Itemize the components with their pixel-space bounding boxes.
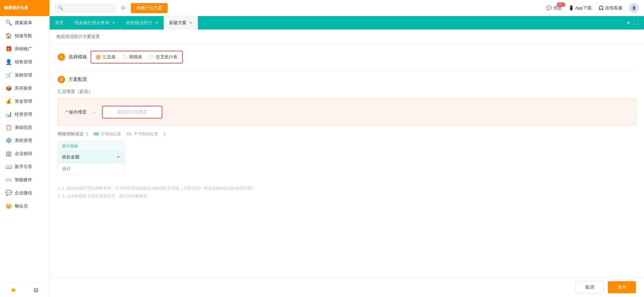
- sidebar-item-marketing[interactable]: 🎁 营销推广: [0, 42, 49, 55]
- sidebar-item-operations[interactable]: 📊 经营管理: [0, 108, 49, 121]
- main-area: 🔍 ⚙ 体验行业方案 💬 消息 99+ 📱 App下载 🎧 在线客服 👤: [50, 0, 644, 297]
- app-icon: 📱: [569, 5, 574, 10]
- radio-cross-circle: [149, 55, 154, 59]
- radio-summary[interactable]: 汇总表: [96, 54, 116, 60]
- metrics-legend: 可拖动位置 不可拖动位置: [94, 131, 158, 137]
- tab-new-plan-close[interactable]: ✕: [189, 20, 193, 25]
- close-window-btn[interactable]: ✕: [626, 20, 631, 26]
- keyboard-icon: ⌨️: [5, 177, 12, 183]
- tab-collection-stats-close[interactable]: ✕: [155, 20, 158, 25]
- sidebar-item-search-menu[interactable]: 🔍 搜索菜单: [0, 16, 49, 29]
- tip1: 1. 拖动标题栏可以调整布局，不可跨维度或指标区域拖动栏目字段（只能在同一维度或…: [58, 186, 636, 191]
- dimension-selector[interactable]: 请选择分组维度: [102, 106, 162, 118]
- template-options-box: 汇总表 明细表 交叉统计表: [91, 51, 183, 63]
- legend-fixed: 不可拖动位置: [126, 131, 158, 137]
- sidebar-item-quick-nav[interactable]: 🏠 快捷导航: [0, 29, 49, 42]
- sidebar-item-smart-hw[interactable]: ⌨️ 智能硬件: [0, 173, 49, 186]
- message-btn[interactable]: 💬 消息 99+: [546, 5, 562, 11]
- sidebar-logo: 畅捷通好生意: [0, 0, 49, 16]
- step1-number: 1: [58, 53, 65, 61]
- page-breadcrumb: 收款情况统计方案设置: [50, 30, 644, 44]
- tab-collection-stats-label: 收款情况统计: [126, 20, 152, 26]
- radio-cross-label: 交叉统计表: [156, 54, 177, 60]
- sidebar-item-newbie[interactable]: 📖 新手引导: [0, 160, 49, 173]
- sidebar-item-label: 基础信息: [15, 125, 32, 131]
- service-icon: 🎧: [598, 5, 604, 10]
- sidebar-bottom-btn2[interactable]: ⬆️: [25, 286, 47, 294]
- metrics-label-suffix: ）: [163, 131, 168, 137]
- metrics-sub-item-total: 合计: [58, 163, 124, 175]
- dimension-section: 汇总维度（必选） * 纵向维度 → 请选择分组维度: [58, 89, 636, 126]
- sidebar-bottom-btn1[interactable]: 😊: [3, 286, 24, 294]
- radio-summary-label: 汇总表: [103, 54, 116, 60]
- sidebar-item-inventory[interactable]: 📦 库存核算: [0, 82, 49, 95]
- tab-collection-stats[interactable]: 收款情况统计 ✕: [121, 16, 164, 30]
- sidebar-item-enterprise-coop[interactable]: 🏢 企业协同: [0, 147, 49, 160]
- fixed-dot: [126, 132, 132, 136]
- tab-new-plan-label: 新建方案: [169, 20, 186, 26]
- clipboard-icon: 📋: [5, 124, 12, 131]
- step1-section: 1 选择模板 汇总表 明细表 交: [58, 51, 636, 63]
- fixed-label: 不可拖动位置: [134, 131, 158, 137]
- sidebar-item-sales[interactable]: 👤 销售管理: [0, 55, 49, 68]
- message-badge: 99+: [557, 2, 565, 7]
- online-service-btn[interactable]: 🎧 在线客服: [598, 5, 623, 11]
- tab-new-plan[interactable]: 新建方案 ✕: [164, 16, 198, 30]
- tab-bar-controls: ✕ ⛶: [626, 20, 644, 26]
- header-search-bar[interactable]: 🔍: [55, 4, 115, 12]
- sidebar-item-system[interactable]: ⚙️ 系统管理: [0, 134, 49, 147]
- sidebar-bottom: 😊 ⬆️: [0, 283, 49, 297]
- sidebar-item-purchase[interactable]: 🛒 采购管理: [0, 68, 49, 82]
- trial-industry-btn[interactable]: 体验行业方案: [131, 3, 168, 13]
- top-header: 🔍 ⚙ 体验行业方案 💬 消息 99+ 📱 App下载 🎧 在线客服 👤: [50, 0, 644, 16]
- metrics-table: 统计指标 收款金额 ▼ 合计: [58, 141, 125, 175]
- chat-icon: 💬: [5, 190, 12, 196]
- tab-bar: 首页 现金银行流水查询 ✕ 收款情况统计 ✕ 新建方案 ✕ ✕ ⛶: [50, 16, 644, 30]
- divider1: [58, 70, 636, 70]
- footer-bar: 取消 查询: [50, 277, 644, 297]
- radio-detail[interactable]: 明细表: [122, 54, 142, 60]
- dimension-area: * 纵向维度 → 请选择分组维度: [58, 99, 636, 126]
- sidebar-item-label: 企业微信: [15, 190, 32, 196]
- tab-bank-flow-close[interactable]: ✕: [112, 20, 115, 25]
- app-download-btn[interactable]: 📱 App下载: [569, 5, 592, 11]
- movable-dot: [94, 132, 99, 136]
- step2-number: 2: [58, 76, 65, 83]
- radio-summary-circle: [96, 55, 101, 59]
- gear-icon: ⚙️: [5, 137, 12, 144]
- crown-icon: 👑: [5, 203, 12, 209]
- tab-bank-flow[interactable]: 现金银行流水查询 ✕: [69, 16, 121, 30]
- tab-home[interactable]: 首页: [50, 16, 69, 30]
- metrics-item-collection-amount[interactable]: 收款金额 ▼: [58, 151, 124, 163]
- content-area: 收款情况统计方案设置 1 选择模板 汇总表: [50, 30, 644, 277]
- tab-bank-flow-label: 现金银行流水查询: [74, 20, 109, 26]
- cancel-button[interactable]: 取消: [576, 281, 604, 293]
- user-avatar[interactable]: 👤: [629, 3, 639, 13]
- confirm-button[interactable]: 查询: [608, 281, 636, 293]
- sidebar-item-label: 系统管理: [15, 138, 32, 144]
- sidebar-item-basic-info[interactable]: 📋 基础信息: [0, 121, 49, 134]
- maximize-btn[interactable]: ⛶: [633, 20, 639, 26]
- search-icon: 🔍: [5, 19, 12, 26]
- metrics-item-label: 收款金额: [62, 154, 79, 160]
- metrics-label-text: 模板指标设定（: [58, 131, 88, 137]
- metrics-header: 模板指标设定（ 可拖动位置 不可拖动位置 ）: [58, 131, 636, 137]
- sidebar-item-label: 经营管理: [15, 111, 32, 117]
- sidebar-item-label: 新手引导: [15, 164, 32, 170]
- radio-cross[interactable]: 交叉统计表: [149, 54, 177, 60]
- movable-label: 可拖动位置: [101, 131, 121, 137]
- sidebar-item-label: 销售管理: [15, 59, 32, 65]
- form-container: 1 选择模板 汇总表 明细表 交: [50, 44, 644, 277]
- settings-icon[interactable]: ⚙: [121, 5, 125, 11]
- box-icon: 📦: [5, 85, 12, 91]
- sidebar-item-membership[interactable]: 👑 畅会员: [0, 199, 49, 212]
- metrics-sub-label: 合计: [62, 166, 71, 171]
- service-label: 在线客服: [605, 5, 623, 11]
- money-icon: 💰: [5, 98, 12, 104]
- sidebar-item-wechat[interactable]: 💬 企业微信: [0, 186, 49, 199]
- logo-text: 畅捷通好生意: [4, 5, 28, 11]
- sidebar-item-finance[interactable]: 💰 资金管理: [0, 95, 49, 108]
- sidebar-item-label: 智能硬件: [15, 177, 32, 183]
- metrics-section: 模板指标设定（ 可拖动位置 不可拖动位置 ）: [58, 131, 636, 175]
- message-icon: 💬: [546, 5, 552, 10]
